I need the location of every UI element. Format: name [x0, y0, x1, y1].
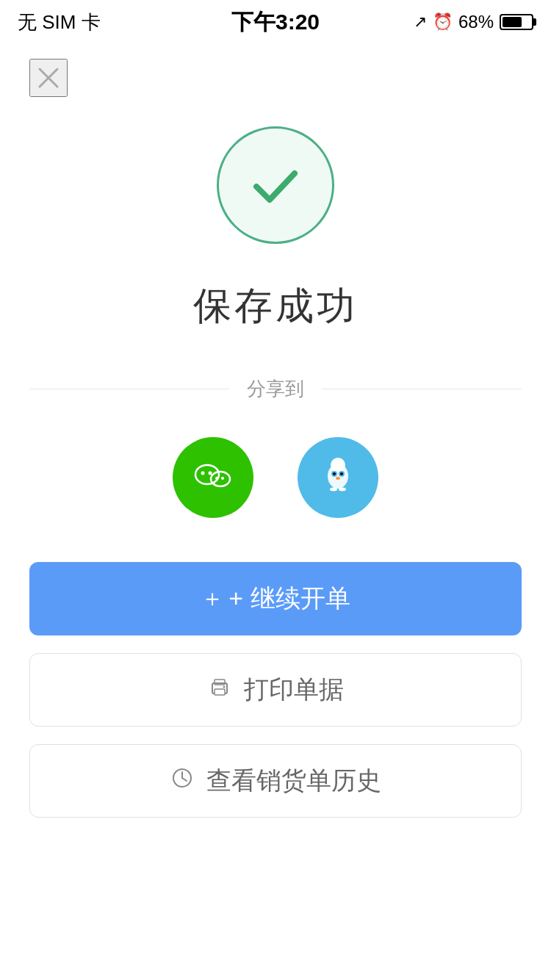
close-icon: [35, 65, 62, 91]
svg-point-2: [195, 465, 219, 484]
battery-percent: 68%: [458, 12, 494, 32]
status-left: 无 SIM 卡: [18, 10, 108, 35]
continue-button[interactable]: ＋ + 继续开单: [29, 562, 522, 635]
battery-icon: [500, 14, 533, 30]
svg-point-12: [333, 472, 336, 475]
main-content: 保存成功 分享到: [0, 112, 551, 980]
no-sim-text: 无 SIM 卡: [18, 10, 101, 35]
status-time: 下午3:20: [231, 7, 320, 37]
svg-point-4: [201, 472, 205, 475]
wechat-icon: [191, 455, 235, 500]
svg-point-13: [340, 472, 343, 475]
svg-point-9: [331, 458, 345, 472]
svg-point-3: [211, 472, 230, 486]
continue-label: + 继续开单: [228, 582, 350, 616]
location-icon: ↗: [414, 12, 427, 32]
checkmark-icon: [246, 156, 305, 215]
wechat-share-button[interactable]: [173, 437, 253, 518]
svg-point-6: [215, 477, 218, 480]
qq-share-button[interactable]: [298, 437, 378, 518]
history-label: 查看销货单历史: [206, 764, 381, 798]
plus-icon: ＋: [201, 583, 224, 615]
svg-point-7: [221, 477, 224, 480]
print-button[interactable]: 打印单据: [29, 653, 522, 727]
svg-point-5: [209, 472, 212, 475]
success-title: 保存成功: [193, 281, 358, 332]
printer-icon: [207, 674, 232, 705]
status-bar: 无 SIM 卡 下午3:20 ↗ ⏰ 68%: [0, 0, 551, 44]
success-icon-circle: [217, 126, 334, 244]
clock-icon: [170, 765, 195, 796]
share-label: 分享到: [247, 376, 304, 402]
close-area: [0, 44, 551, 112]
status-right: ↗ ⏰ 68%: [414, 12, 533, 32]
qq-icon: [316, 455, 360, 500]
close-button[interactable]: [29, 59, 68, 97]
history-button[interactable]: 查看销货单历史: [29, 744, 522, 818]
svg-point-16: [339, 488, 346, 491]
share-icons: [29, 437, 522, 518]
print-label: 打印单据: [244, 673, 344, 707]
svg-line-23: [182, 778, 187, 781]
alarm-icon: ⏰: [433, 12, 453, 32]
action-buttons: ＋ + 继续开单 打印单据: [29, 562, 522, 818]
share-divider: 分享到: [29, 376, 522, 402]
svg-point-20: [223, 686, 226, 688]
svg-point-14: [336, 477, 340, 480]
svg-point-15: [330, 488, 337, 491]
share-section: 分享到: [29, 376, 522, 518]
svg-rect-18: [215, 689, 225, 695]
